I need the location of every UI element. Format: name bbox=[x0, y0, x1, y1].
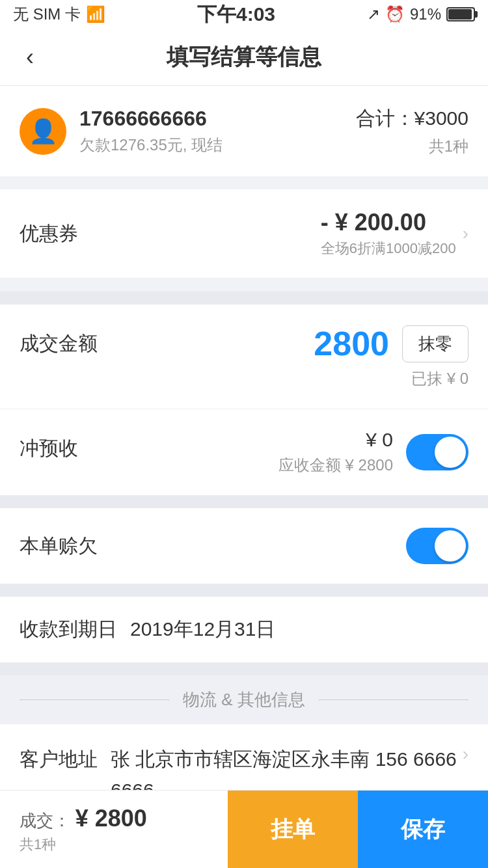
deal-row: 成交金额 2800 抹零 bbox=[20, 324, 468, 363]
battery-text: 91% bbox=[410, 5, 441, 23]
prepay-toggle[interactable] bbox=[406, 434, 468, 470]
deal-sub-text: 已抹 ¥ 0 bbox=[20, 368, 468, 389]
customer-right: 合计：¥3000 共1种 bbox=[356, 105, 468, 157]
customer-left: 👤 17666666666 欠款1276.35元, 现结 bbox=[20, 107, 223, 156]
chevron-right-icon: › bbox=[463, 223, 468, 244]
customer-debt: 欠款1276.35元, 现结 bbox=[79, 135, 223, 156]
bottom-deal-row: 成交： ¥ 2800 bbox=[20, 805, 208, 832]
save-button[interactable]: 保存 bbox=[358, 791, 488, 869]
location-icon: ↗ bbox=[367, 5, 380, 23]
section-divider-2 bbox=[0, 495, 488, 508]
bottom-count: 共1种 bbox=[20, 835, 208, 854]
total-amount: 合计：¥3000 bbox=[356, 105, 468, 132]
total-count: 共1种 bbox=[356, 136, 468, 157]
coupon-row[interactable]: 优惠券 - ¥ 200.00 全场6折满1000减200 › bbox=[0, 189, 488, 278]
section-divider-1 bbox=[0, 292, 488, 305]
prepay-label: 冲预收 bbox=[20, 429, 78, 462]
deal-right: 2800 抹零 bbox=[314, 324, 468, 363]
debt-label: 本单赊欠 bbox=[20, 533, 98, 560]
customer-card: 👤 17666666666 欠款1276.35元, 现结 合计：¥3000 共1… bbox=[0, 86, 488, 176]
toggle-knob bbox=[435, 437, 466, 468]
bottom-summary: 成交： ¥ 2800 共1种 bbox=[0, 805, 228, 854]
deal-label: 成交金额 bbox=[20, 331, 98, 357]
address-chevron-icon: › bbox=[463, 744, 468, 765]
deal-amount-section: 成交金额 2800 抹零 已抹 ¥ 0 bbox=[0, 305, 488, 409]
bottom-deal-amount: ¥ 2800 bbox=[75, 805, 147, 832]
debt-toggle[interactable] bbox=[406, 528, 468, 564]
back-button[interactable]: ‹ bbox=[20, 37, 40, 77]
coupon-desc: 全场6折满1000减200 bbox=[321, 239, 456, 258]
coupon-discount: - ¥ 200.00 bbox=[321, 209, 456, 236]
hang-button[interactable]: 挂单 bbox=[228, 791, 358, 869]
prepay-section: 冲预收 ¥ 0 应收金额 ¥ 2800 bbox=[0, 409, 488, 495]
debt-toggle-knob bbox=[435, 530, 466, 562]
status-time: 下午4:03 bbox=[197, 1, 275, 28]
prepay-right: ¥ 0 应收金额 ¥ 2800 bbox=[278, 429, 468, 476]
status-right: ↗ ⏰ 91% bbox=[367, 5, 475, 23]
round-button[interactable]: 抹零 bbox=[402, 325, 468, 362]
customer-phone: 17666666666 bbox=[79, 107, 223, 131]
due-date-value: 2019年12月31日 bbox=[130, 616, 275, 643]
avatar: 👤 bbox=[20, 108, 66, 155]
customer-info: 17666666666 欠款1276.35元, 现结 bbox=[79, 107, 223, 156]
status-bar: 无 SIM 卡 📶 下午4:03 ↗ ⏰ 91% bbox=[0, 0, 488, 29]
avatar-icon: 👤 bbox=[29, 118, 58, 145]
battery-icon bbox=[446, 7, 475, 21]
coupon-label: 优惠券 bbox=[20, 221, 78, 247]
debt-row: 本单赊欠 bbox=[0, 508, 488, 584]
logistics-divider: 物流 & 其他信息 bbox=[0, 675, 488, 724]
divider-line-left bbox=[20, 699, 170, 700]
prepay-amount: ¥ 0 bbox=[278, 429, 393, 451]
bottom-deal-label: 成交： bbox=[20, 811, 70, 830]
no-sim-text: 无 SIM 卡 bbox=[13, 4, 81, 25]
content-area: 👤 17666666666 欠款1276.35元, 现结 合计：¥3000 共1… bbox=[0, 86, 488, 868]
status-left: 无 SIM 卡 📶 bbox=[13, 4, 105, 25]
wifi-icon: 📶 bbox=[86, 5, 105, 23]
deal-amount-value: 2800 bbox=[314, 324, 389, 363]
nav-bar: ‹ 填写结算等信息 bbox=[0, 29, 488, 86]
coupon-value-group: - ¥ 200.00 全场6折满1000减200 bbox=[321, 209, 456, 258]
bottom-bar: 成交： ¥ 2800 共1种 挂单 保存 bbox=[0, 790, 488, 868]
coupon-right: - ¥ 200.00 全场6折满1000减200 › bbox=[321, 209, 468, 258]
logistics-label: 物流 & 其他信息 bbox=[183, 688, 305, 711]
address-label: 客户地址 bbox=[20, 744, 98, 773]
section-divider-3 bbox=[0, 584, 488, 597]
due-label: 收款到期日 bbox=[20, 616, 117, 643]
prepay-sub: 应收金额 ¥ 2800 bbox=[278, 455, 393, 476]
prepay-amount-group: ¥ 0 应收金额 ¥ 2800 bbox=[278, 429, 393, 476]
divider-line-right bbox=[318, 699, 468, 700]
due-date-row: 收款到期日 2019年12月31日 bbox=[0, 597, 488, 662]
prepay-row: 冲预收 ¥ 0 应收金额 ¥ 2800 bbox=[20, 429, 468, 476]
page-title: 填写结算等信息 bbox=[167, 42, 321, 72]
section-divider-4 bbox=[0, 662, 488, 675]
alarm-icon: ⏰ bbox=[385, 5, 405, 23]
